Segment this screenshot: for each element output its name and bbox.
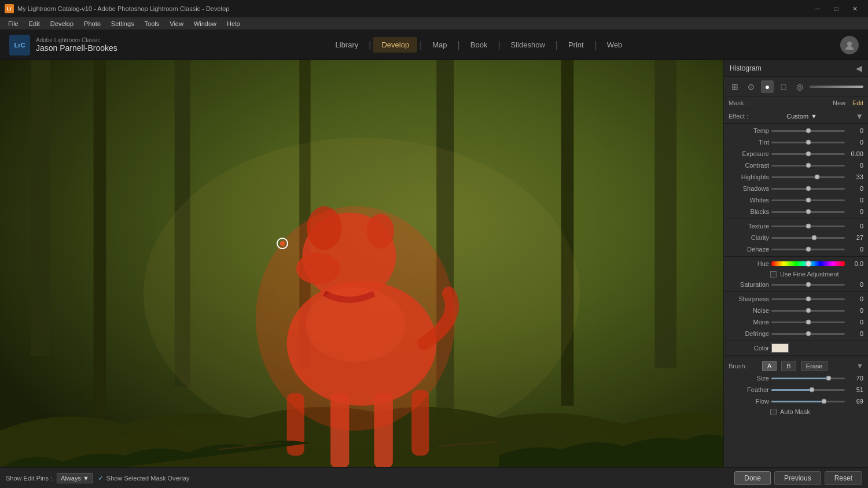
brush-flow-slider[interactable]	[771, 401, 845, 402]
user-avatar[interactable]	[840, 36, 859, 54]
brush-size-slider[interactable]	[771, 378, 845, 379]
tab-develop[interactable]: Develop	[373, 37, 417, 53]
menu-view[interactable]: View	[165, 19, 188, 28]
tab-print[interactable]: Print	[560, 37, 592, 53]
histogram-toggle-icon[interactable]: ◀	[856, 64, 862, 73]
fine-adjustment-checkbox[interactable]	[770, 271, 777, 278]
auto-mask-checkbox[interactable]	[770, 409, 777, 415]
blacks-row: Blacks 0	[724, 206, 868, 217]
exposure-value: 0.00	[847, 150, 863, 157]
slider-divider	[810, 86, 863, 88]
svg-rect-3	[31, 60, 50, 356]
contrast-value: 0	[847, 162, 863, 169]
mask-section: Mask : New Edit	[724, 97, 868, 109]
saturation-slider[interactable]	[771, 284, 845, 286]
bottom-action-buttons: Done Previous Reset	[734, 471, 862, 485]
brush-expand-icon[interactable]: ▼	[856, 362, 863, 370]
hue-slider[interactable]	[771, 261, 845, 266]
done-button[interactable]: Done	[734, 471, 771, 485]
whites-slider[interactable]	[771, 199, 845, 201]
noise-row: Noise 0	[724, 305, 868, 316]
defringe-slider[interactable]	[771, 333, 845, 335]
clarity-slider[interactable]	[771, 237, 845, 239]
moire-row: Moiré 0	[724, 316, 868, 328]
heal-tool-icon[interactable]: ●	[761, 80, 774, 93]
highlights-row: Highlights 33	[724, 171, 868, 183]
restore-button[interactable]: □	[827, 0, 845, 17]
shadows-slider[interactable]	[771, 188, 845, 190]
tab-book[interactable]: Book	[462, 37, 496, 53]
whites-value: 0	[847, 197, 863, 204]
tab-library[interactable]: Library	[328, 37, 367, 53]
hue-label: Hue	[729, 260, 769, 267]
dehaze-slider[interactable]	[771, 249, 845, 250]
blacks-slider[interactable]	[771, 211, 845, 213]
brush-controls-row: Brush : A B Erase ▼	[724, 360, 868, 372]
sharpness-row: Sharpness 0	[724, 293, 868, 305]
tint-slider[interactable]	[771, 142, 845, 143]
tab-slideshow[interactable]: Slideshow	[503, 37, 553, 53]
effect-expand-button[interactable]: ▼	[855, 112, 863, 121]
show-edit-pins-label: Show Edit Pins :	[6, 475, 52, 482]
close-button[interactable]: ✕	[846, 0, 863, 17]
auto-mask-label: Auto Mask	[780, 408, 810, 415]
show-mask-overlay-toggle[interactable]: ✓ Show Selected Mask Overlay	[98, 474, 190, 482]
bottom-bar: Show Edit Pins : Always ▼ ✓ Show Selecte…	[0, 467, 868, 488]
brush-pin[interactable]	[277, 238, 288, 249]
mask-edit-button[interactable]: Edit	[852, 99, 863, 106]
color-label: Color	[729, 345, 769, 352]
show-mask-label: Show Selected Mask Overlay	[106, 475, 190, 482]
menu-tools[interactable]: Tools	[140, 19, 164, 28]
temp-value: 0	[847, 127, 863, 134]
menu-settings[interactable]: Settings	[106, 19, 139, 28]
highlights-slider[interactable]	[771, 176, 845, 178]
hue-row: Hue 0.0	[724, 258, 868, 269]
brush-a-button[interactable]: A	[762, 361, 777, 371]
brush-feather-slider[interactable]	[771, 389, 845, 391]
whites-row: Whites 0	[724, 194, 868, 206]
photo-area[interactable]	[0, 60, 723, 467]
brush-section: Brush : A B Erase ▼ Size 70	[724, 357, 868, 419]
exposure-slider[interactable]	[771, 153, 845, 155]
effect-dropdown[interactable]: Custom ▼	[786, 113, 817, 120]
menu-photo[interactable]: Photo	[79, 19, 105, 28]
mask-tool-icon[interactable]: ◎	[793, 80, 806, 93]
tab-map[interactable]: Map	[424, 37, 455, 53]
menu-develop[interactable]: Develop	[46, 19, 78, 28]
reset-button[interactable]: Reset	[825, 471, 862, 485]
exposure-label: Exposure	[729, 150, 769, 157]
red-eye-icon[interactable]: □	[777, 80, 790, 93]
photo-canvas[interactable]	[0, 60, 723, 467]
defringe-value: 0	[847, 330, 863, 337]
menu-window[interactable]: Window	[189, 19, 221, 28]
mask-new-button[interactable]: New	[833, 99, 845, 106]
window-title: My Lightroom Catalog-v10 - Adobe Photosh…	[17, 5, 229, 12]
minimize-button[interactable]: ─	[809, 0, 826, 17]
menu-file[interactable]: File	[3, 19, 23, 28]
contrast-label: Contrast	[729, 162, 769, 169]
sharpness-slider[interactable]	[771, 298, 845, 300]
moire-slider[interactable]	[771, 321, 845, 323]
brush-feather-value: 51	[847, 386, 863, 393]
brush-b-button[interactable]: B	[781, 361, 796, 371]
effect-label: Effect :	[729, 113, 748, 120]
show-edit-pins-dropdown[interactable]: Always ▼	[57, 473, 93, 483]
color-swatch[interactable]	[771, 343, 789, 353]
menu-edit[interactable]: Edit	[24, 19, 45, 28]
menu-help[interactable]: Help	[222, 19, 245, 28]
texture-slider[interactable]	[771, 225, 845, 227]
crop-tool-icon[interactable]: ⊙	[745, 80, 757, 93]
previous-button[interactable]: Previous	[774, 471, 821, 485]
app-name-label: Adobe Lightroom Classic	[36, 37, 117, 43]
tab-web[interactable]: Web	[599, 37, 631, 53]
texture-label: Texture	[729, 223, 769, 230]
noise-slider[interactable]	[771, 310, 845, 312]
tint-label: Tint	[729, 139, 769, 146]
temp-slider[interactable]	[771, 130, 845, 132]
contrast-slider[interactable]	[771, 165, 845, 167]
grid-tool-icon[interactable]: ⊞	[729, 80, 741, 93]
brush-erase-button[interactable]: Erase	[801, 361, 828, 371]
brush-flow-row: Flow 69	[724, 395, 868, 407]
clarity-value: 27	[847, 234, 863, 241]
effect-row: Effect : Custom ▼ ▼	[724, 109, 868, 124]
